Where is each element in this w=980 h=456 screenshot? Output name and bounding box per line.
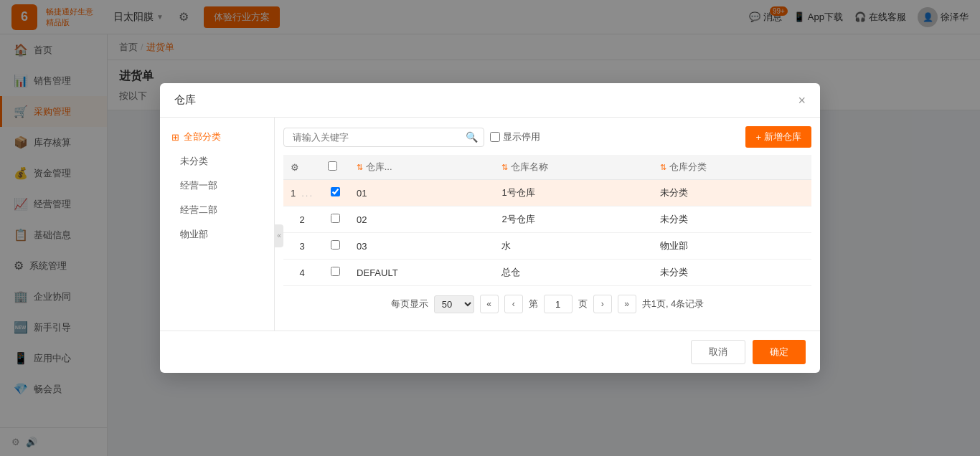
gear-icon: ⚙ bbox=[291, 162, 299, 173]
th-name: ⇅ 仓库名称 bbox=[494, 155, 653, 180]
row-code: DEFAULT bbox=[349, 260, 494, 286]
warehouse-table: ⚙ ⇅ 仓库... ⇅ 仓库名称 bbox=[283, 155, 811, 286]
th-category: ⇅ 仓库分类 bbox=[653, 155, 811, 180]
row-code: 01 bbox=[349, 180, 494, 206]
category-panel: ⊞ 全部分类 未分类 经营一部 经营二部 物业部 bbox=[160, 118, 275, 331]
row-name: 1号仓库 bbox=[494, 180, 653, 206]
page-number-input[interactable] bbox=[544, 295, 573, 313]
first-page-button[interactable]: « bbox=[480, 295, 499, 313]
modal-title: 仓库 bbox=[174, 93, 196, 107]
row-category: 未分类 bbox=[653, 180, 811, 206]
row-checkbox-cell bbox=[321, 206, 349, 233]
row-no: 4 bbox=[283, 260, 321, 286]
row-name: 水 bbox=[494, 233, 653, 260]
last-page-button[interactable]: » bbox=[618, 295, 636, 313]
modal-body: ⊞ 全部分类 未分类 经营一部 经营二部 物业部 « bbox=[160, 118, 820, 331]
row-no: 2 bbox=[283, 206, 321, 233]
row-checkbox[interactable] bbox=[331, 187, 340, 196]
table-row[interactable]: 2 02 2号仓库 未分类 bbox=[283, 206, 811, 233]
th-gear: ⚙ bbox=[283, 155, 321, 180]
row-category: 未分类 bbox=[653, 206, 811, 233]
modal-footer: 取消 确定 bbox=[160, 331, 820, 373]
row-checkbox-cell bbox=[321, 233, 349, 260]
modal-overlay[interactable]: 仓库 × ⊞ 全部分类 未分类 经营一部 经营二部 物业部 « bbox=[0, 0, 980, 456]
search-toolbar: 🔍 显示停用 + 新增仓库 bbox=[283, 126, 811, 148]
row-code: 02 bbox=[349, 206, 494, 233]
row-checkbox[interactable] bbox=[331, 240, 340, 250]
show-disabled-checkbox[interactable] bbox=[490, 132, 500, 142]
table-row[interactable]: 4 DEFAULT 总仓 未分类 bbox=[283, 260, 811, 286]
table-header: ⚙ ⇅ 仓库... ⇅ 仓库名称 bbox=[283, 155, 811, 180]
warehouse-table-body: 1... 01 1号仓库 未分类 2 02 2号仓库 未分类 3 03 水 物业… bbox=[283, 180, 811, 286]
collapse-panel-button[interactable]: « bbox=[275, 224, 283, 247]
category-panel-wrap: ⊞ 全部分类 未分类 经营一部 经营二部 物业部 « bbox=[160, 118, 275, 331]
row-no: 1... bbox=[283, 180, 321, 206]
grid-icon: ⊞ bbox=[171, 132, 179, 143]
table-panel: 🔍 显示停用 + 新增仓库 bbox=[275, 118, 820, 331]
category-item-ops2[interactable]: 经营二部 bbox=[160, 198, 274, 222]
row-actions[interactable]: ... bbox=[301, 188, 314, 199]
confirm-button[interactable]: 确定 bbox=[753, 340, 806, 364]
category-item-uncat[interactable]: 未分类 bbox=[160, 149, 274, 174]
all-categories-item[interactable]: ⊞ 全部分类 bbox=[160, 125, 274, 149]
row-name: 总仓 bbox=[494, 260, 653, 286]
search-icon: 🔍 bbox=[466, 131, 478, 143]
select-all-checkbox[interactable] bbox=[328, 161, 337, 171]
row-checkbox-cell bbox=[321, 180, 349, 206]
modal-close-button[interactable]: × bbox=[798, 94, 806, 107]
row-category: 未分类 bbox=[653, 260, 811, 286]
plus-icon: + bbox=[755, 132, 761, 143]
per-page-select[interactable]: 50 10 20 100 bbox=[434, 295, 474, 313]
row-name: 2号仓库 bbox=[494, 206, 653, 233]
table-row[interactable]: 3 03 水 物业部 bbox=[283, 233, 811, 260]
next-page-button[interactable]: › bbox=[593, 295, 612, 313]
modal-header: 仓库 × bbox=[160, 83, 820, 118]
category-item-property[interactable]: 物业部 bbox=[160, 222, 274, 247]
row-checkbox[interactable] bbox=[331, 267, 340, 276]
row-checkbox-cell bbox=[321, 260, 349, 286]
row-code: 03 bbox=[349, 233, 494, 260]
cancel-button[interactable]: 取消 bbox=[691, 340, 745, 364]
pagination: 每页显示 50 10 20 100 « ‹ 第 页 › » 共1页, 4条记录 bbox=[283, 286, 811, 322]
row-no: 3 bbox=[283, 233, 321, 260]
search-input[interactable] bbox=[290, 128, 466, 146]
warehouse-modal: 仓库 × ⊞ 全部分类 未分类 经营一部 经营二部 物业部 « bbox=[160, 83, 820, 373]
add-warehouse-button[interactable]: + 新增仓库 bbox=[745, 126, 811, 148]
category-item-ops1[interactable]: 经营一部 bbox=[160, 174, 274, 198]
prev-page-button[interactable]: ‹ bbox=[504, 295, 523, 313]
show-disabled-label[interactable]: 显示停用 bbox=[490, 130, 540, 143]
row-category: 物业部 bbox=[653, 233, 811, 260]
table-row[interactable]: 1... 01 1号仓库 未分类 bbox=[283, 180, 811, 206]
search-box: 🔍 bbox=[283, 128, 484, 147]
th-code: ⇅ 仓库... bbox=[349, 155, 494, 180]
th-checkbox bbox=[321, 155, 349, 180]
row-checkbox[interactable] bbox=[331, 214, 340, 223]
